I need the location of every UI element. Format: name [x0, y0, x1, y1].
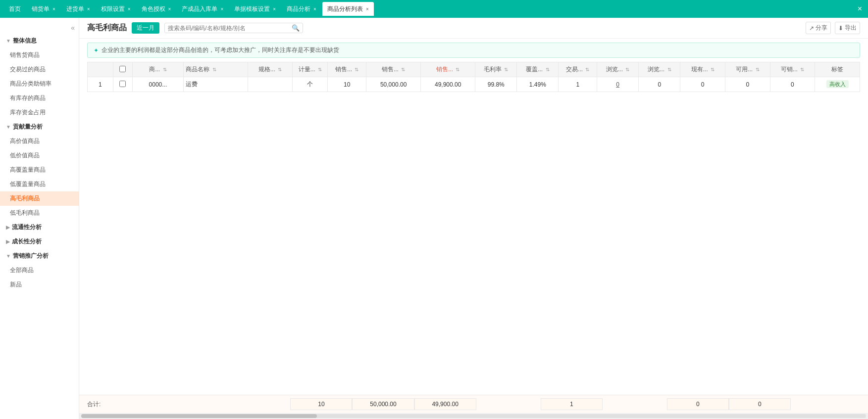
cell-spec: [248, 77, 293, 92]
sort-icon-coverage: ⇅: [546, 67, 550, 72]
sort-icon-stock-avail: ⇅: [756, 67, 760, 72]
col-header-code[interactable]: 商... ⇅: [132, 62, 184, 77]
nav-tab-purchase[interactable]: 进货单 ×: [61, 2, 95, 16]
nav-tab-permission[interactable]: 权限设置 ×: [96, 2, 136, 16]
sidebar-wrapper: « ▼ 整体信息 销售货商品 交易过的商品 商品分类助销率 有库存的商品 库存资…: [0, 18, 79, 419]
arrow-icon-liquidity: ▶: [6, 225, 10, 230]
sidebar-item-stock-capital[interactable]: 库存资金占用: [0, 105, 79, 120]
search-input[interactable]: [168, 25, 292, 32]
nav-tab-analysis[interactable]: 商品分析 ×: [282, 2, 321, 16]
col-header-stock-avail[interactable]: 可用... ⇅: [725, 62, 770, 77]
close-tab-analysis[interactable]: ×: [313, 6, 316, 12]
sidebar-item-high-value[interactable]: 高价值商品: [0, 134, 79, 148]
horizontal-scrollbar[interactable]: [79, 413, 868, 419]
sidebar-item-category-rate[interactable]: 商品分类助销率: [0, 77, 79, 91]
sort-icon-trans: ⇅: [585, 67, 589, 72]
sidebar-item-high-margin[interactable]: 高毛利商品: [0, 191, 79, 206]
col-header-trans[interactable]: 交易... ⇅: [559, 62, 597, 77]
row-checkbox[interactable]: [119, 81, 126, 87]
close-tab-sales[interactable]: ×: [52, 6, 55, 12]
sort-icon-browse2: ⇅: [667, 67, 671, 72]
col-header-gross-rate[interactable]: 毛利率 ⇅: [475, 62, 517, 77]
col-header-tag[interactable]: 标签: [815, 62, 860, 77]
top-navigation: 首页 销货单 × 进货单 × 权限设置 × 角色授权 × 产成品入库单 × 单据…: [0, 0, 868, 18]
cell-code: 0000...: [132, 77, 184, 92]
select-all-checkbox[interactable]: [119, 66, 126, 72]
cell-stock-sale: 0: [770, 77, 815, 92]
cell-browse2: 0: [639, 77, 680, 92]
sidebar-item-all-goods[interactable]: 全部商品: [0, 263, 79, 278]
footer-spacer-spec: [228, 398, 263, 410]
sidebar-section-contribution[interactable]: ▼ 贡献量分析: [0, 120, 79, 134]
col-header-name[interactable]: 商品名称 ⇅: [184, 62, 248, 77]
col-header-spec[interactable]: 规格... ⇅: [248, 62, 293, 77]
col-header-browse1[interactable]: 浏览... ⇅: [597, 62, 639, 77]
nav-tab-analysis-list[interactable]: 商品分析列表 ×: [322, 2, 374, 16]
cell-sales-qty: 10: [328, 77, 366, 92]
cell-browse1[interactable]: 0: [597, 77, 639, 92]
sort-icon-code: ⇅: [163, 67, 167, 72]
sidebar-item-low-value[interactable]: 低价值商品: [0, 148, 79, 163]
sidebar-item-low-margin[interactable]: 低毛利商品: [0, 206, 79, 220]
cell-sales-cost: 49,900.00: [421, 77, 475, 92]
footer-spacer-num: [104, 398, 124, 410]
footer-cell-cost: 49,900.00: [414, 398, 476, 410]
nav-tab-inbound[interactable]: 产成品入库单 ×: [177, 2, 228, 16]
sidebar-collapse-button[interactable]: «: [71, 24, 75, 32]
sidebar-item-high-coverage[interactable]: 高覆盖量商品: [0, 163, 79, 177]
sidebar-section-growth[interactable]: ▶ 成长性分析: [0, 234, 79, 249]
sidebar-item-traded-goods[interactable]: 交易过的商品: [0, 62, 79, 77]
table-container: 商... ⇅ 商品名称 ⇅ 规格... ⇅ 计量...: [79, 62, 868, 229]
nav-tab-template[interactable]: 单据模板设置 ×: [229, 2, 281, 16]
share-button[interactable]: ↗ 分享: [806, 22, 831, 34]
arrow-icon-contribution: ▼: [6, 124, 11, 130]
footer-spacer-gross: [476, 398, 509, 410]
close-tab-permission[interactable]: ×: [128, 6, 131, 12]
col-header-stock-sale[interactable]: 可销... ⇅: [770, 62, 815, 77]
col-header-sales-amt[interactable]: 销售... ⇅: [366, 62, 421, 77]
arrow-icon-growth: ▶: [6, 239, 10, 244]
sort-icon-sales-amt: ⇅: [401, 67, 405, 72]
export-button[interactable]: ⬇ 导出: [835, 22, 860, 34]
sidebar: « ▼ 整体信息 销售货商品 交易过的商品 商品分类助销率 有库存的商品 库存资…: [0, 18, 79, 419]
sort-icon-gross-rate: ⇅: [504, 67, 508, 72]
footer-spacer-check: [124, 398, 139, 410]
search-icon[interactable]: 🔍: [292, 24, 300, 32]
close-tab-analysis-list[interactable]: ×: [366, 6, 369, 12]
nav-tab-role[interactable]: 角色授权 ×: [137, 2, 176, 16]
col-header-stock-cur[interactable]: 现有... ⇅: [680, 62, 725, 77]
sort-icon-sales-cost: ⇅: [456, 67, 460, 72]
col-header-coverage[interactable]: 覆盖... ⇅: [517, 62, 559, 77]
nav-tab-sales[interactable]: 销货单 ×: [27, 2, 60, 16]
sidebar-item-sales-goods[interactable]: 销售货商品: [0, 48, 79, 62]
sidebar-section-overall[interactable]: ▼ 整体信息: [0, 34, 79, 48]
col-header-sales-qty[interactable]: 销售... ⇅: [328, 62, 366, 77]
sidebar-section-liquidity[interactable]: ▶ 流通性分析: [0, 220, 79, 234]
cell-row-num: 1: [88, 77, 113, 92]
cell-gross-rate: 99.8%: [475, 77, 517, 92]
scrollbar-track[interactable]: [81, 414, 866, 418]
info-icon: ✦: [94, 47, 99, 54]
filter-recent-month-button[interactable]: 近一月: [132, 22, 159, 34]
cell-checkbox[interactable]: [113, 77, 132, 92]
arrow-icon-marketing: ▼: [6, 253, 11, 259]
sort-icon-browse1: ⇅: [625, 67, 629, 72]
col-header-sales-cost[interactable]: 销售... ⇅: [421, 62, 475, 77]
col-header-browse2[interactable]: 浏览... ⇅: [639, 62, 680, 77]
close-tab-template[interactable]: ×: [273, 6, 276, 12]
close-tab-purchase[interactable]: ×: [87, 6, 90, 12]
sidebar-section-marketing[interactable]: ▼ 营销推广分析: [0, 249, 79, 263]
cell-stock-avail: 0: [725, 77, 770, 92]
cell-trans: 1: [559, 77, 597, 92]
sidebar-item-new-goods[interactable]: 新品: [0, 278, 79, 292]
close-tab-inbound[interactable]: ×: [220, 6, 223, 12]
footer-label: 合计:: [87, 400, 101, 409]
sidebar-item-low-coverage[interactable]: 低覆盖量商品: [0, 177, 79, 191]
scrollbar-thumb[interactable]: [81, 414, 317, 418]
col-header-checkbox[interactable]: [113, 62, 132, 77]
col-header-unit[interactable]: 计量... ⇅: [293, 62, 328, 77]
sidebar-item-stock-goods[interactable]: 有库存的商品: [0, 91, 79, 105]
nav-tab-home[interactable]: 首页: [4, 2, 26, 16]
window-close-button[interactable]: ×: [856, 2, 864, 15]
close-tab-role[interactable]: ×: [168, 6, 171, 12]
